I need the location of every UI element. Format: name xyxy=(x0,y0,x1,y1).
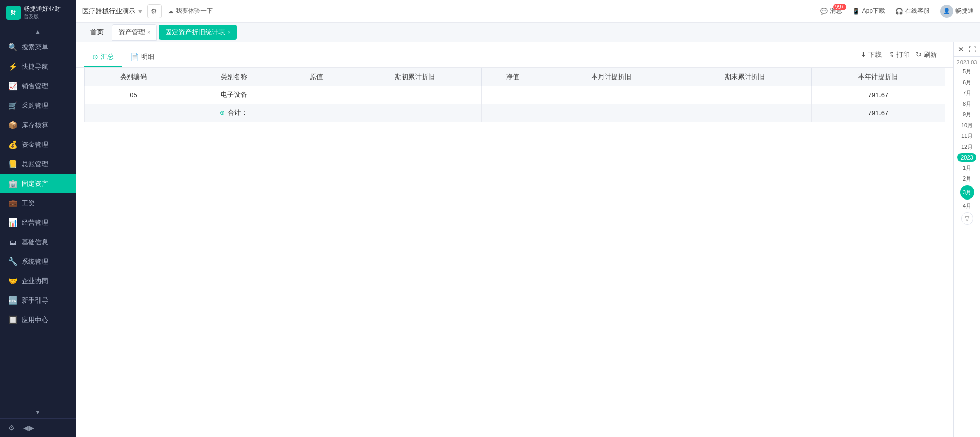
download-label: 下载 xyxy=(868,50,882,59)
user-menu[interactable]: 👤 畅捷通 xyxy=(940,5,974,18)
settings-button[interactable]: ⚙ xyxy=(147,4,162,18)
sidebar-item-appcenter[interactable]: 🔲 应用中心 xyxy=(0,310,76,330)
dropdown-arrow-icon: ▼ xyxy=(137,8,143,14)
tab-home-label: 首页 xyxy=(90,28,104,37)
col-original: 原值 xyxy=(285,68,348,86)
panel-month-5[interactable]: 5月 xyxy=(954,66,980,77)
panel-scroll-down-btn[interactable]: ▽ xyxy=(961,212,973,225)
tab-home[interactable]: 首页 xyxy=(84,25,110,40)
panel-period: 2023.03 xyxy=(957,57,977,66)
experience-button[interactable]: ☁ 我要体验一下 xyxy=(168,7,213,15)
sidebar-item-label: 基础信息 xyxy=(22,237,48,247)
panel-month-mar-active[interactable]: 3月 xyxy=(960,185,974,200)
sidebar-item-assets[interactable]: 🏢 固定资产 xyxy=(0,174,76,193)
sidebar-item-label: 企业协同 xyxy=(22,276,48,286)
lightning-icon: ⚡ xyxy=(8,62,17,71)
col-code: 类别编码 xyxy=(85,68,183,86)
grid-icon: 🔲 xyxy=(8,315,17,325)
sidebar-item-quicknav[interactable]: ⚡ 快捷导航 xyxy=(0,57,76,76)
panel-month-11[interactable]: 11月 xyxy=(954,131,980,142)
sidebar-item-system[interactable]: 🔧 系统管理 xyxy=(0,252,76,271)
refresh-icon: ↻ xyxy=(916,51,922,58)
tab-assets-mgmt-label: 资产管理 xyxy=(118,28,145,37)
tab-depreciation-label: 固定资产折旧统计表 xyxy=(165,28,225,37)
sidebar-item-ledger[interactable]: 📒 总账管理 xyxy=(0,154,76,174)
toolbar: ⬇ 下载 🖨 打印 ↻ 刷新 xyxy=(852,46,945,64)
refresh-button[interactable]: ↻ 刷新 xyxy=(916,50,937,59)
summary-icon: ⊙ xyxy=(92,53,98,61)
messages-badge: 99+ xyxy=(833,4,846,10)
sidebar-item-guide[interactable]: 🆕 新手引导 xyxy=(0,291,76,310)
online-service-button[interactable]: 🎧 在线客服 xyxy=(895,7,930,15)
row-initial-dep xyxy=(348,86,481,104)
row-code: 05 xyxy=(85,86,183,104)
tab-assets-mgmt-close[interactable]: × xyxy=(147,29,150,35)
table-wrapper: 类别编码 类别名称 原值 期初累计折旧 净值 本月计提折旧 期末累计折旧 本年计… xyxy=(76,68,953,437)
panel-month-9[interactable]: 9月 xyxy=(954,109,980,120)
wrench-icon: 🔧 xyxy=(8,257,17,266)
sidebar-item-label: 固定资产 xyxy=(22,179,48,188)
col-initial-dep: 期初累计折旧 xyxy=(348,68,481,86)
panel-month-12[interactable]: 12月 xyxy=(954,142,980,152)
sidebar-item-label: 应用中心 xyxy=(22,315,48,325)
sidebar-item-funds[interactable]: 💰 资金管理 xyxy=(0,135,76,154)
print-icon: 🖨 xyxy=(888,51,894,58)
company-name: 医疗器械行业演示 xyxy=(82,7,135,16)
tab-depreciation[interactable]: 固定资产折旧统计表 × xyxy=(159,25,236,40)
scroll-up-btn[interactable]: ▲ xyxy=(0,26,76,37)
panel-month-10[interactable]: 10月 xyxy=(954,120,980,131)
app-download-button[interactable]: 📱 App下载 xyxy=(852,7,885,15)
main-area: 医疗器械行业演示 ▼ ⚙ ☁ 我要体验一下 💬 消息 99+ 📱 App下载 🎧… xyxy=(76,0,980,437)
sidebar-item-label: 经营管理 xyxy=(22,218,48,227)
download-icon: ⬇ xyxy=(861,51,866,58)
sidebar-item-purchase[interactable]: 🛒 采购管理 xyxy=(0,96,76,115)
settings-icon[interactable]: ⚙ xyxy=(8,424,15,432)
collapse-icon[interactable]: ◀▶ xyxy=(23,424,34,432)
panel-header: ✕ ⛶ xyxy=(954,42,980,57)
company-selector[interactable]: 医疗器械行业演示 ▼ xyxy=(82,7,143,16)
print-button[interactable]: 🖨 打印 xyxy=(888,50,910,59)
folder-icon: 🗂 xyxy=(8,237,17,246)
panel-month-8[interactable]: 8月 xyxy=(954,98,980,109)
tab-assets-mgmt[interactable]: 资产管理 × xyxy=(112,24,157,41)
panel-month-feb[interactable]: 2月 xyxy=(954,173,980,184)
sidebar-item-label: 库存核算 xyxy=(22,121,48,130)
panel-month-jan[interactable]: 1月 xyxy=(954,163,980,173)
sidebar-item-basics[interactable]: 🗂 基础信息 xyxy=(0,232,76,252)
sidebar-item-search[interactable]: 🔍 搜索菜单 xyxy=(0,37,76,57)
sidebar-item-salary[interactable]: 💼 工资 xyxy=(0,193,76,213)
print-label: 打印 xyxy=(896,50,910,59)
sub-tab-detail[interactable]: 📄 明细 xyxy=(122,48,163,67)
chart-icon: 📈 xyxy=(8,82,17,91)
sub-tab-summary-label: 汇总 xyxy=(101,52,114,62)
message-icon: 💬 xyxy=(820,8,828,15)
depreciation-table: 类别编码 类别名称 原值 期初累计折旧 净值 本月计提折旧 期末累计折旧 本年计… xyxy=(84,68,945,122)
app-download-label: App下载 xyxy=(862,7,885,15)
money-icon: 💰 xyxy=(8,140,17,149)
sidebar-item-label: 工资 xyxy=(22,198,35,208)
sidebar-item-inventory[interactable]: 📦 库存核算 xyxy=(0,115,76,135)
panel-month-6[interactable]: 6月 xyxy=(954,77,980,88)
total-original xyxy=(285,104,348,122)
panel-close-icon[interactable]: ✕ xyxy=(958,45,964,53)
download-button[interactable]: ⬇ 下载 xyxy=(861,50,882,59)
logo-text: 畅捷通好业财 xyxy=(24,5,61,13)
headset-icon: 🎧 xyxy=(895,8,903,15)
cart-icon: 🛒 xyxy=(8,101,17,110)
sidebar-item-label: 资金管理 xyxy=(22,140,48,149)
tab-depreciation-close[interactable]: × xyxy=(227,29,230,35)
sidebar-item-enterprise[interactable]: 🤝 企业协同 xyxy=(0,271,76,291)
panel-month-7[interactable]: 7月 xyxy=(954,88,980,98)
total-net-value xyxy=(482,104,545,122)
panel-current-year[interactable]: 2023 xyxy=(957,153,976,162)
messages-button[interactable]: 💬 消息 99+ xyxy=(820,7,842,15)
sidebar-item-operations[interactable]: 📊 经营管理 xyxy=(0,213,76,232)
total-initial-dep xyxy=(348,104,481,122)
phone-icon: 📱 xyxy=(852,8,860,15)
cloud-icon: ☁ xyxy=(168,8,174,15)
panel-expand-icon[interactable]: ⛶ xyxy=(969,45,976,53)
scroll-down-btn[interactable]: ▼ xyxy=(0,407,76,418)
panel-month-apr[interactable]: 4月 xyxy=(954,201,980,211)
sub-tab-summary[interactable]: ⊙ 汇总 xyxy=(84,48,122,67)
sidebar-item-sales[interactable]: 📈 销售管理 xyxy=(0,76,76,96)
